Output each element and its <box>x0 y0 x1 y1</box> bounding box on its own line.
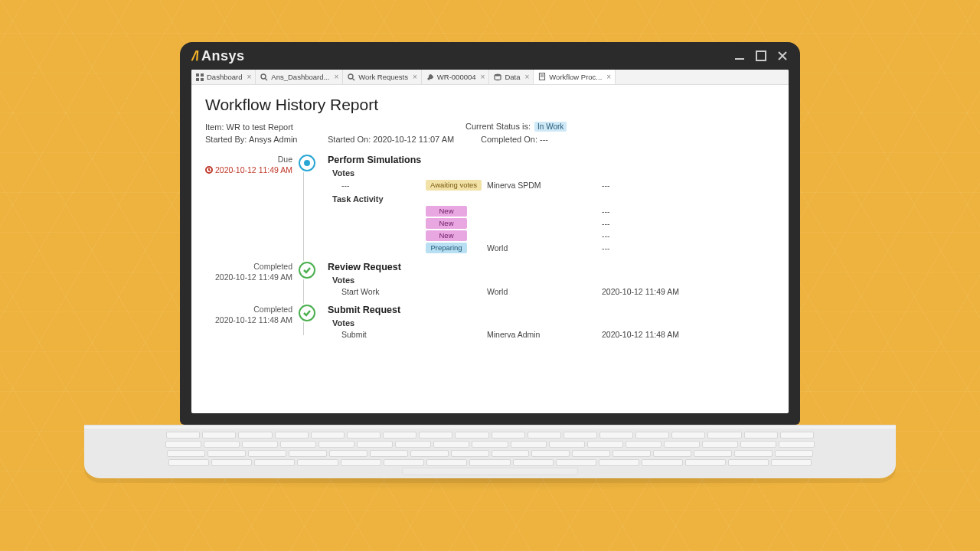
status-pill: Awaiting votes <box>426 180 482 191</box>
laptop: /\Ansys Dashboard×Ans_Dashboard...×Work … <box>180 42 800 478</box>
brand-text: Ansys <box>201 48 245 64</box>
step-title: Perform Simulations <box>328 155 775 165</box>
workflow-step: Due2020-10-12 11:49 AMPerform Simulation… <box>312 155 775 254</box>
window-titlebar: /\Ansys <box>180 42 800 70</box>
svg-line-9 <box>352 78 354 80</box>
workflow-step: Completed2020-10-12 11:49 AMReview Reque… <box>312 262 775 297</box>
cell-time: --- <box>602 243 686 253</box>
cell-status: New <box>426 218 487 229</box>
cell-action: --- <box>341 181 426 190</box>
svg-rect-5 <box>201 78 204 81</box>
status-field: Current Status is: In Work <box>466 122 567 132</box>
section-header: Votes <box>332 168 775 178</box>
started-by-value: Ansys Admin <box>249 135 298 144</box>
table-row: New--- <box>328 217 775 230</box>
completed-on-label: Completed On: <box>481 135 537 144</box>
tab-label: WR-000004 <box>437 73 476 81</box>
grid-icon <box>196 73 204 81</box>
wrench-icon <box>426 73 434 81</box>
tab-dashboard[interactable]: Dashboard× <box>191 70 256 84</box>
tab-work-requests[interactable]: Work Requests× <box>343 70 422 84</box>
svg-rect-2 <box>196 73 199 77</box>
section-header: Task Activity <box>332 194 775 204</box>
status-pill: New <box>426 230 467 241</box>
cell-status: Awaiting votes <box>426 180 487 191</box>
tab-close-icon[interactable]: × <box>411 73 417 81</box>
status-pill: New <box>426 206 467 217</box>
cell-actor: World <box>487 287 602 296</box>
cell-status: New <box>426 230 487 241</box>
started-on-value: 2020-10-12 11:07 AM <box>373 135 454 144</box>
cell-time: --- <box>602 219 686 228</box>
tab-wr-000004[interactable]: WR-000004× <box>422 70 490 84</box>
workflow-step: Completed2020-10-12 11:48 AMSubmit Reque… <box>312 305 775 340</box>
item-label: Item: <box>205 122 224 132</box>
tab-ans-dashboard[interactable]: Ans_Dashboard...× <box>256 70 343 84</box>
table-row: New--- <box>328 230 775 242</box>
search-icon <box>260 73 268 81</box>
brand-logo: /\Ansys <box>192 48 245 64</box>
cell-action: Start Work <box>341 287 426 296</box>
cell-actor: Minerva Admin <box>487 330 602 339</box>
section-header: Votes <box>332 276 775 285</box>
svg-rect-4 <box>196 78 199 81</box>
doc-icon <box>538 73 546 80</box>
tab-label: Data <box>505 73 520 81</box>
active-circle-icon <box>299 155 315 171</box>
check-circle-icon <box>299 305 315 321</box>
tab-close-icon[interactable]: × <box>605 73 611 81</box>
page-title: Workflow History Report <box>205 96 775 114</box>
db-icon <box>494 73 501 81</box>
svg-rect-1 <box>756 51 766 60</box>
keyboard <box>126 432 854 468</box>
started-on-label: Started On: <box>328 135 371 144</box>
item-field: Item: WR to test Report <box>205 122 397 132</box>
svg-point-6 <box>261 74 266 79</box>
page-content: Workflow History Report Item: WR to test… <box>191 85 789 413</box>
item-value: WR to test Report <box>227 122 293 132</box>
status-pill: New <box>426 218 467 229</box>
tab-label: Workflow Proc... <box>549 73 602 81</box>
section-header: Votes <box>332 318 775 328</box>
step-title: Review Request <box>328 262 775 272</box>
tab-close-icon[interactable]: × <box>523 73 529 81</box>
step-meta: Completed2020-10-12 11:49 AM <box>201 262 292 282</box>
status-label: Current Status is: <box>466 122 531 131</box>
tab-label: Dashboard <box>207 73 242 81</box>
svg-point-10 <box>495 73 501 76</box>
started-by-label: Started By: <box>205 135 247 144</box>
minimize-icon[interactable] <box>734 51 745 61</box>
step-title: Submit Request <box>328 305 775 315</box>
laptop-base <box>84 425 896 478</box>
step-state-label: Completed <box>201 305 292 315</box>
close-icon[interactable] <box>777 51 788 61</box>
svg-rect-3 <box>201 73 204 77</box>
status-badge: In Work <box>534 122 567 132</box>
tab-close-icon[interactable]: × <box>245 73 251 81</box>
cell-time: --- <box>602 181 686 190</box>
tab-data[interactable]: Data× <box>489 70 534 84</box>
status-pill: Preparing <box>426 243 467 253</box>
tab-close-icon[interactable]: × <box>332 73 338 81</box>
workflow-timeline: Due2020-10-12 11:49 AMPerform Simulation… <box>205 155 775 340</box>
step-timestamp: 2020-10-12 11:49 AM <box>201 165 292 176</box>
cell-actor: Minerva SPDM <box>487 181 602 190</box>
maximize-icon[interactable] <box>756 51 766 61</box>
table-row: ---Awaiting votesMinerva SPDM--- <box>328 179 775 191</box>
step-meta: Due2020-10-12 11:49 AM <box>201 155 292 175</box>
table-row: PreparingWorld--- <box>328 242 775 254</box>
cell-status: New <box>426 206 487 217</box>
step-meta: Completed2020-10-12 11:48 AM <box>201 305 292 325</box>
tab-workflow-proc[interactable]: Workflow Proc...× <box>534 70 616 84</box>
cell-action: Submit <box>341 330 426 339</box>
table-row: Start WorkWorld2020-10-12 11:49 AM <box>328 286 775 297</box>
step-state-label: Due <box>201 155 292 165</box>
svg-line-7 <box>266 78 268 80</box>
trackpad <box>402 468 578 475</box>
svg-rect-0 <box>735 58 744 60</box>
table-row: New--- <box>328 205 775 217</box>
tab-close-icon[interactable]: × <box>479 73 485 81</box>
tab-label: Work Requests <box>358 73 408 81</box>
table-row: SubmitMinerva Admin2020-10-12 11:48 AM <box>328 329 775 340</box>
step-state-label: Completed <box>201 262 292 272</box>
